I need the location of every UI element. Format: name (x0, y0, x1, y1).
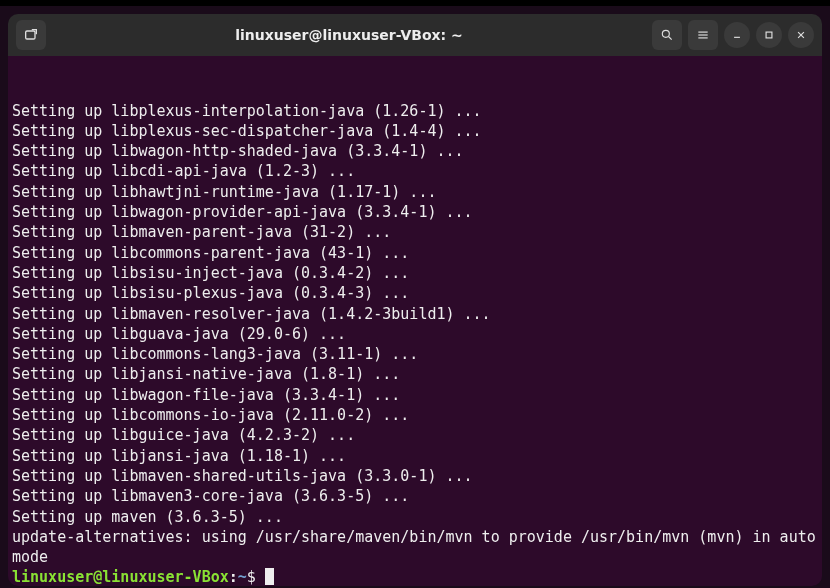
terminal-line: Setting up libwagon-http-shaded-java (3.… (12, 141, 818, 161)
terminal-line: Setting up libplexus-sec-dispatcher-java… (12, 121, 818, 141)
terminal-line: Setting up libmaven-parent-java (31-2) .… (12, 222, 818, 242)
terminal-line: Setting up libsisu-inject-java (0.3.4-2)… (12, 263, 818, 283)
svg-point-1 (662, 30, 669, 37)
terminal-line: Setting up maven (3.6.3-5) ... (12, 507, 818, 527)
terminal-line: Setting up libcommons-parent-java (43-1)… (12, 243, 818, 263)
terminal-line: Setting up libhawtjni-runtime-java (1.17… (12, 182, 818, 202)
prompt-dollar: $ (247, 568, 265, 586)
window-title: linuxuser@linuxuser-VBox: ~ (46, 27, 652, 43)
terminal-line: Setting up libcommons-io-java (2.11.0-2)… (12, 405, 818, 425)
terminal-output[interactable]: Setting up libplexus-interpolation-java … (8, 56, 822, 586)
terminal-line: Setting up libguava-java (29.0-6) ... (12, 324, 818, 344)
terminal-line: Setting up libjansi-native-java (1.8-1) … (12, 364, 818, 384)
prompt-colon: : (229, 568, 238, 586)
menu-button[interactable] (688, 20, 718, 50)
new-tab-button[interactable] (16, 20, 46, 50)
maximize-button[interactable] (756, 22, 782, 48)
close-button[interactable] (788, 22, 814, 48)
svg-rect-0 (26, 31, 35, 39)
terminal-line: update-alternatives: using /usr/share/ma… (12, 527, 818, 568)
prompt-path: ~ (238, 568, 247, 586)
svg-line-2 (669, 37, 672, 40)
terminal-line: Setting up libmaven-shared-utils-java (3… (12, 466, 818, 486)
terminal-line: Setting up libguice-java (4.2.3-2) ... (12, 425, 818, 445)
terminal-line: Setting up libmaven-resolver-java (1.4.2… (12, 304, 818, 324)
prompt-user-host: linuxuser@linuxuser-VBox (12, 568, 229, 586)
terminal-cursor (265, 568, 274, 585)
terminal-line: Setting up libsisu-plexus-java (0.3.4-3)… (12, 283, 818, 303)
terminal-line: Setting up libjansi-java (1.18-1) ... (12, 446, 818, 466)
svg-rect-7 (766, 32, 772, 38)
terminal-line: Setting up libcommons-lang3-java (3.11-1… (12, 344, 818, 364)
terminal-line: Setting up libcdi-api-java (1.2-3) ... (12, 161, 818, 181)
gnome-top-bar: May 7 06:39 (0, 0, 830, 6)
window-titlebar: linuxuser@linuxuser-VBox: ~ (8, 14, 822, 56)
terminal-line: Setting up libplexus-interpolation-java … (12, 101, 818, 121)
terminal-line: Setting up libmaven3-core-java (3.6.3-5)… (12, 486, 818, 506)
search-button[interactable] (652, 20, 682, 50)
terminal-line: Setting up libwagon-provider-api-java (3… (12, 202, 818, 222)
terminal-line: Setting up libwagon-file-java (3.3.4-1) … (12, 385, 818, 405)
minimize-button[interactable] (724, 22, 750, 48)
